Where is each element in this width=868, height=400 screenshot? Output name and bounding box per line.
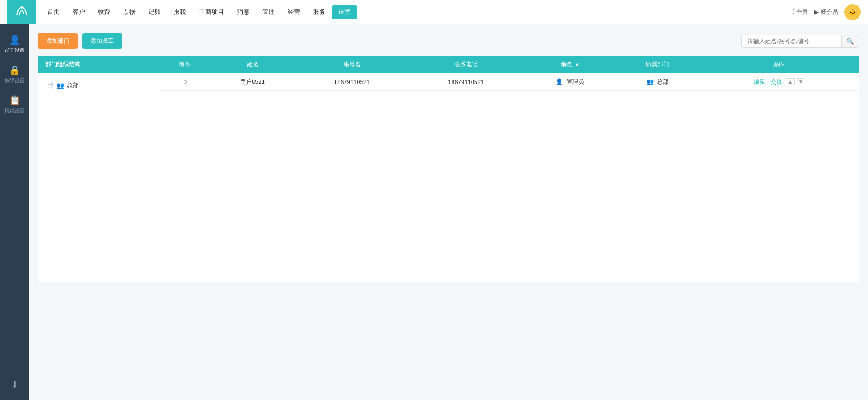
dept-tree-header: 部门组织结构 <box>38 56 160 73</box>
dept-user-icon: 👥 <box>57 82 64 89</box>
main-layout: 👤 员工设置 🔒 权限设置 📋 报税设置 ⬇ 添加部门 添加员工 🔍 <box>0 24 868 400</box>
logo <box>7 0 36 24</box>
nav-tax[interactable]: 报税 <box>167 5 193 19</box>
dept-node-root[interactable]: 📄 👥 总部 <box>43 78 154 93</box>
toolbar: 添加部门 添加员工 🔍 <box>38 33 859 49</box>
search-icon: 🔍 <box>846 38 854 45</box>
sidebar-item-tax[interactable]: 📋 报税设置 <box>0 89 29 120</box>
col-account: 账号名 <box>295 56 409 73</box>
nav-settings[interactable]: 设置 <box>332 5 357 19</box>
employee-icon: 👤 <box>9 34 20 45</box>
nav-bill[interactable]: 票据 <box>117 5 142 19</box>
cell-role: 👤 管理员 <box>523 73 617 91</box>
nav-client[interactable]: 客户 <box>66 5 91 19</box>
cell-name: 用户0521 <box>210 73 295 91</box>
row-scroll-controls: ▲ ▼ <box>786 78 805 85</box>
sidebar: 👤 员工设置 🔒 权限设置 📋 报税设置 ⬇ <box>0 24 29 400</box>
file-icon: 📄 <box>46 82 54 89</box>
nav-home[interactable]: 首页 <box>41 5 66 19</box>
col-phone: 联系电话 <box>409 56 523 73</box>
dept-tree-body: 📄 👥 总部 <box>38 73 160 98</box>
nav-business[interactable]: 工商项目 <box>193 5 231 19</box>
add-employee-button[interactable]: 添加员工 <box>82 33 122 49</box>
nav-items: 首页 客户 收费 票据 记账 报税 工商项目 消息 管理 经营 服务 设置 <box>41 5 788 19</box>
handover-link[interactable]: 交接 <box>770 78 782 85</box>
col-action: 操作 <box>698 56 859 73</box>
table-row: 0 用户0521 18679110521 18679110521 👤 管理员 👥… <box>160 73 859 91</box>
col-name: 姓名 <box>210 56 295 73</box>
nav-manage[interactable]: 管理 <box>256 5 281 19</box>
nav-right: ⛶ 全屏 ▶ 畅会员 🐱 <box>788 4 861 20</box>
nav-service[interactable]: 服务 <box>307 5 332 19</box>
top-nav: 首页 客户 收费 票据 记账 报税 工商项目 消息 管理 经营 服务 设置 ⛶ … <box>0 0 868 24</box>
scroll-up-btn[interactable]: ▲ <box>786 78 795 85</box>
nav-fee[interactable]: 收费 <box>91 5 117 19</box>
cell-account: 18679110521 <box>295 73 409 91</box>
search-button[interactable]: 🔍 <box>841 35 859 47</box>
sidebar-bottom: ⬇ <box>0 374 29 395</box>
main-panel: 部门组织结构 📄 👥 总部 编号 姓名 账号名 <box>38 56 859 282</box>
fullscreen-icon: ⛶ <box>788 9 794 15</box>
lock-icon: 🔒 <box>9 65 20 75</box>
fullscreen-btn[interactable]: ⛶ 全屏 <box>788 8 808 16</box>
member-btn[interactable]: ▶ 畅会员 <box>814 8 838 16</box>
sidebar-download-btn[interactable]: ⬇ <box>0 374 29 395</box>
cell-action: 编辑 交接 ▲ ▼ <box>698 73 859 91</box>
role-icon: 👤 <box>556 78 563 85</box>
col-role: 角色 ▼ <box>523 56 617 73</box>
edit-link[interactable]: 编辑 <box>754 78 765 85</box>
search-input[interactable] <box>742 35 841 47</box>
role-filter-icon[interactable]: ▼ <box>575 62 580 67</box>
cell-dept: 👥 总部 <box>617 73 698 91</box>
avatar[interactable]: 🐱 <box>844 4 861 20</box>
cell-phone: 18679110521 <box>409 73 523 91</box>
download-icon: ⬇ <box>11 379 19 390</box>
svg-point-0 <box>20 6 23 8</box>
nav-message[interactable]: 消息 <box>231 5 256 19</box>
dept-tree: 部门组织结构 📄 👥 总部 <box>38 56 160 282</box>
search-box: 🔍 <box>741 35 859 48</box>
nav-account[interactable]: 记账 <box>142 5 167 19</box>
col-id: 编号 <box>160 56 210 73</box>
nav-operation[interactable]: 经营 <box>281 5 307 19</box>
member-icon: ▶ <box>814 9 819 15</box>
sidebar-item-permission[interactable]: 🔒 权限设置 <box>0 59 29 89</box>
col-dept: 所属部门 <box>617 56 698 73</box>
tax-report-icon: 📋 <box>9 95 20 106</box>
cell-id: 0 <box>160 73 210 91</box>
sidebar-item-employee[interactable]: 👤 员工设置 <box>0 29 29 59</box>
content-area: 添加部门 添加员工 🔍 部门组织结构 📄 👥 总部 <box>29 24 868 400</box>
dept-ref-icon: 👥 <box>646 78 654 85</box>
add-dept-button[interactable]: 添加部门 <box>38 33 78 49</box>
employee-table: 编号 姓名 账号名 联系电话 角色 ▼ 所属部门 操作 <box>160 56 859 282</box>
scroll-down-btn[interactable]: ▼ <box>797 78 806 85</box>
